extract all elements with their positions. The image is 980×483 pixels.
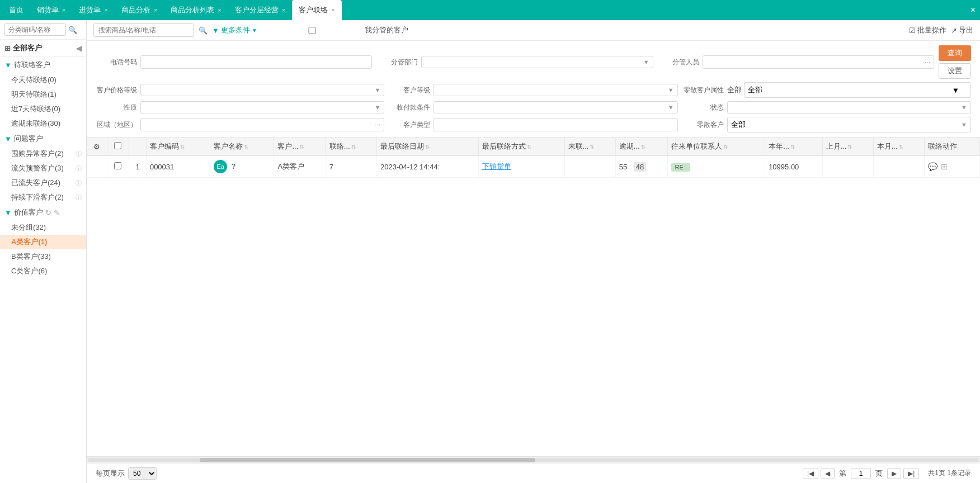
tab-customer-stratify[interactable]: 客户分层经营 × xyxy=(228,0,292,20)
my-customer-check[interactable] xyxy=(262,27,362,34)
triangle-icon: ▼ xyxy=(4,61,12,69)
status-select[interactable]: ▼ xyxy=(727,101,971,113)
sort-icon[interactable]: ⇅ xyxy=(899,144,903,150)
close-icon[interactable]: × xyxy=(218,7,221,13)
sidebar-section-contact[interactable]: ▼ 待联络客户 xyxy=(0,57,86,73)
sidebar-item-7day-contact[interactable]: 近7天待联络(0) xyxy=(0,102,86,116)
sidebar-section-problem[interactable]: ▼ 问题客户 xyxy=(0,131,86,146)
tab-sales[interactable]: 销货单 × xyxy=(30,0,72,20)
row-checkbox-cell[interactable] xyxy=(107,156,129,178)
nature-select[interactable]: ▼ xyxy=(140,101,384,113)
sidebar-item-overdue-contact[interactable]: 逾期未联络(30) xyxy=(0,116,86,131)
sort-icon[interactable]: ⇅ xyxy=(425,144,430,150)
th-checkbox[interactable] xyxy=(107,138,129,156)
collapse-icon[interactable]: ◀ xyxy=(76,44,82,53)
more-conditions-btn[interactable]: ▼ 更多条件 ▼ xyxy=(212,25,257,35)
row-last-contact-method[interactable]: 下销货单 xyxy=(478,156,564,178)
sort-icon[interactable]: ⇅ xyxy=(351,144,356,150)
th-settings[interactable]: ⚙ xyxy=(87,138,107,156)
sidebar-item-b-class[interactable]: B类客户(33) xyxy=(0,249,86,264)
sort-icon[interactable]: ⇅ xyxy=(180,144,185,150)
person-select[interactable]: ··· xyxy=(703,55,934,69)
th-contact-count[interactable]: 联络... ⇅ xyxy=(326,138,376,156)
customer-grade-select[interactable]: ▼ xyxy=(434,84,677,96)
page-number-input[interactable] xyxy=(851,468,871,479)
th-this-month[interactable]: 本月... ⇅ xyxy=(873,138,924,156)
edit-group-icon[interactable]: ✎ xyxy=(54,209,60,217)
sidebar-all-header[interactable]: ⊞ 全部客户 ◀ xyxy=(0,40,86,57)
main-search-input[interactable] xyxy=(93,23,194,37)
sidebar-search-icon[interactable]: 🔍 xyxy=(68,26,77,34)
refresh-icon[interactable]: ↻ xyxy=(45,209,51,217)
th-overdue[interactable]: 逾期... ⇅ xyxy=(615,138,668,156)
sort-icon[interactable]: ⇅ xyxy=(244,144,248,150)
advanced-filter: 电话号码 分管部门 ▼ 分管人员 ··· 查询 设置 xyxy=(87,41,980,138)
payment-select[interactable]: ▼ xyxy=(434,101,677,113)
setting-button[interactable]: 设置 xyxy=(939,63,971,79)
row-checkbox[interactable] xyxy=(114,162,121,169)
my-customer-checkbox[interactable]: 我分管的客户 xyxy=(262,25,408,35)
sidebar-item-tomorrow-contact[interactable]: 明天待联络(1) xyxy=(0,87,86,102)
prev-page-btn[interactable]: ◀ xyxy=(821,468,835,479)
main-search-icon[interactable]: 🔍 xyxy=(199,26,208,35)
tab-product-analysis[interactable]: 商品分析 × xyxy=(115,0,164,20)
scrollbar-thumb[interactable] xyxy=(200,458,535,462)
settings-icon[interactable]: ⚙ xyxy=(93,143,100,151)
comment-icon[interactable]: 💬 xyxy=(928,162,937,171)
price-grade-select[interactable]: ▼ xyxy=(140,84,384,96)
sidebar-item-c-class[interactable]: C类客户(6) xyxy=(0,264,86,278)
sidebar-item-lost[interactable]: 已流失客户(24) ⓘ xyxy=(0,176,86,190)
customer-type-input[interactable] xyxy=(434,118,677,131)
last-page-btn[interactable]: ▶| xyxy=(903,468,919,479)
sort-icon[interactable]: ⇅ xyxy=(299,144,304,150)
select-all-checkbox[interactable] xyxy=(114,142,121,149)
th-name[interactable]: 客户名称 ⇅ xyxy=(210,138,274,156)
phone-input[interactable] xyxy=(140,55,372,69)
sort-icon[interactable]: ⇅ xyxy=(527,144,531,150)
horizontal-scrollbar[interactable] xyxy=(87,456,980,463)
tab-product-list[interactable]: 商品分析列表 × xyxy=(164,0,228,20)
close-icon[interactable]: × xyxy=(282,7,285,13)
next-page-btn[interactable]: ▶ xyxy=(887,468,901,479)
batch-op-btn[interactable]: ☑ 批量操作 xyxy=(909,25,946,35)
sort-icon[interactable]: ⇅ xyxy=(790,144,795,150)
search-button[interactable]: 查询 xyxy=(939,45,971,61)
sidebar-item-hoarding[interactable]: 囤购异常客户(2) ⓘ xyxy=(0,146,86,161)
dept-select[interactable]: ▼ xyxy=(421,56,653,68)
th-contact-person[interactable]: 往来单位联系人 ⇅ xyxy=(668,138,765,156)
funnel-icon: ▼ xyxy=(212,26,219,35)
export-btn[interactable]: ↗ 导出 xyxy=(951,25,973,35)
sidebar-item-today-contact[interactable]: 今天待联络(0) xyxy=(0,73,86,87)
close-icon[interactable]: × xyxy=(331,7,334,13)
retail-customer-select[interactable]: 全部 ▼ xyxy=(727,117,971,132)
row-last-contact-date: 2023-04-12 14:44: xyxy=(376,156,478,178)
sidebar-item-declining[interactable]: 持续下滑客户(2) ⓘ xyxy=(0,190,86,205)
page-size-select[interactable]: 50 100 200 xyxy=(128,467,157,480)
close-icon[interactable]: × xyxy=(104,7,107,13)
th-customer-type[interactable]: 客户... ⇅ xyxy=(274,138,326,156)
region-select[interactable]: ··· xyxy=(140,118,384,131)
tab-home[interactable]: 首页 xyxy=(2,0,30,20)
th-no-contact[interactable]: 未联... ⇅ xyxy=(564,138,615,156)
sort-icon[interactable]: ⇅ xyxy=(641,144,646,150)
th-last-contact-method[interactable]: 最后联络方式 ⇅ xyxy=(478,138,564,156)
sidebar-item-loss-warning[interactable]: 流失预警客户(3) ⓘ xyxy=(0,161,86,176)
sidebar-section-value[interactable]: ▼ 价值客户 ↻ ✎ xyxy=(0,205,86,220)
close-icon[interactable]: × xyxy=(154,7,157,13)
sidebar-search-input[interactable] xyxy=(4,23,66,36)
tab-purchase[interactable]: 进货单 × xyxy=(72,0,114,20)
sort-icon[interactable]: ⇅ xyxy=(847,144,852,150)
th-last-month[interactable]: 上月... ⇅ xyxy=(822,138,873,156)
sort-icon[interactable]: ⇅ xyxy=(723,144,728,150)
first-page-btn[interactable]: |◀ xyxy=(803,468,818,479)
th-last-contact-date[interactable]: 最后联络日期 ⇅ xyxy=(376,138,478,156)
sidebar-item-a-class[interactable]: A类客户(1) xyxy=(0,235,86,249)
sort-icon[interactable]: ⇅ xyxy=(590,144,594,150)
tab-customer-contact[interactable]: 客户联络 × xyxy=(292,0,341,20)
close-icon[interactable]: × xyxy=(62,7,65,13)
grid-action-icon[interactable]: ⊞ xyxy=(941,162,948,171)
window-close-icon[interactable]: × xyxy=(970,5,976,15)
th-code[interactable]: 客户编码 ⇅ xyxy=(146,138,210,156)
sidebar-item-unclassified[interactable]: 未分组(32) xyxy=(0,220,86,235)
th-this-year[interactable]: 本年... ⇅ xyxy=(765,138,822,156)
